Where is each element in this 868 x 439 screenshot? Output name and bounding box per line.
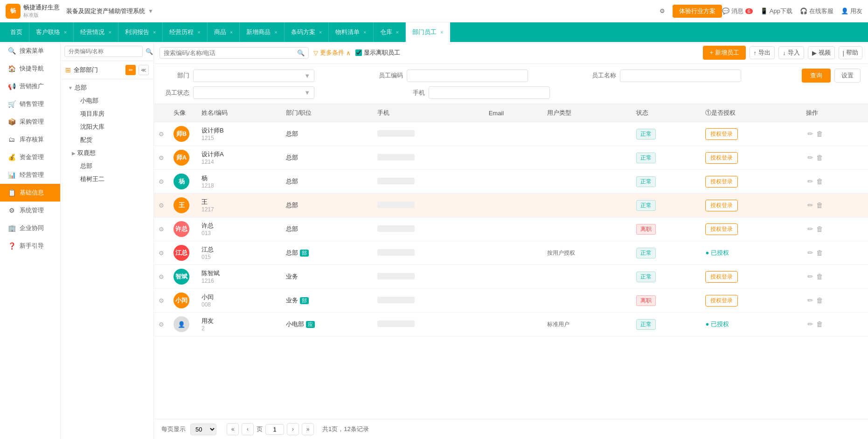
delete-button[interactable]: 🗑	[816, 320, 823, 328]
nav-tab-经营情况[interactable]: 经营情况×	[74, 22, 118, 42]
settings-icon[interactable]: ⚙	[159, 202, 164, 209]
close-tab-icon[interactable]: ×	[64, 29, 67, 35]
close-tab-icon[interactable]: ×	[153, 29, 156, 35]
settings-icon[interactable]: ⚙	[159, 154, 164, 161]
help-button[interactable]: | 帮助	[839, 46, 862, 59]
edit-button[interactable]: ✏	[807, 249, 813, 257]
nav-tab-利润报告[interactable]: 利润报告×	[118, 22, 163, 42]
tree-collapse-button[interactable]: ≪	[139, 65, 149, 75]
sidebar-item-system[interactable]: ⚙系统管理	[0, 202, 60, 219]
delete-button[interactable]: 🗑	[816, 249, 823, 257]
delete-button[interactable]: 🗑	[816, 130, 823, 138]
sidebar-item-basic[interactable]: 📋基础信息	[0, 184, 60, 202]
import-button[interactable]: ↓ 导入	[778, 46, 804, 59]
emp-name-input[interactable]	[620, 70, 741, 82]
sidebar-item-quicknav[interactable]: 🏠快捷导航	[0, 60, 60, 77]
close-tab-icon[interactable]: ×	[230, 29, 233, 35]
nav-tab-仓库[interactable]: 仓库×	[374, 22, 406, 42]
tree-node-配货[interactable]: 配货	[61, 133, 153, 146]
delete-button[interactable]: 🗑	[816, 153, 823, 161]
tree-node-沈阳大库[interactable]: 沈阳大库	[61, 120, 153, 133]
sidebar-item-sales[interactable]: 🛒销售管理	[0, 95, 60, 113]
next-page-button[interactable]: ›	[287, 423, 299, 435]
emp-code-input[interactable]	[407, 70, 528, 82]
phone-input[interactable]	[429, 86, 550, 99]
prev-page-button[interactable]: ‹	[242, 423, 254, 435]
message-button[interactable]: 💬 消息 6	[722, 7, 753, 15]
search-icon[interactable]: 🔍	[297, 49, 305, 56]
sidebar-item-guide[interactable]: ❓新手引导	[0, 237, 60, 255]
sidebar-item-marketing[interactable]: 📢营销推广	[0, 77, 60, 95]
nav-tab-经营历程[interactable]: 经营历程×	[163, 22, 207, 42]
first-page-button[interactable]: «	[227, 423, 239, 435]
settings-icon[interactable]: ⚙	[159, 273, 164, 280]
trial-button[interactable]: 体验行业方案	[673, 5, 722, 18]
tree-search-input[interactable]	[64, 46, 143, 57]
nav-tab-条码方案[interactable]: 条码方案×	[285, 22, 329, 42]
sidebar-item-purchase[interactable]: 📦采购管理	[0, 113, 60, 131]
page-size-select[interactable]: 50 100	[190, 424, 216, 435]
tree-node-总部[interactable]: 总部	[61, 160, 153, 173]
settings-icon[interactable]: ⚙	[159, 131, 164, 138]
edit-button[interactable]: ✏	[807, 130, 813, 138]
edit-button[interactable]: ✏	[807, 320, 813, 328]
auth-button[interactable]: 授权登录	[705, 128, 738, 140]
edit-button[interactable]: ✏	[807, 153, 813, 161]
nav-tab-客户联络[interactable]: 客户联络×	[29, 22, 74, 42]
auth-button[interactable]: 授权登录	[705, 271, 738, 283]
auth-button[interactable]: 授权登录	[705, 295, 738, 307]
delete-button[interactable]: 🗑	[816, 177, 823, 185]
gear-button[interactable]: ⚙	[656, 5, 669, 18]
user-area[interactable]: 👤 用友	[841, 7, 862, 15]
auth-button[interactable]: 授权登录	[705, 223, 738, 235]
nav-tab-新增商品[interactable]: 新增商品×	[240, 22, 284, 42]
auth-button[interactable]: 授权登录	[705, 152, 738, 164]
sidebar-item-inventory[interactable]: 🗂库存核算	[0, 131, 60, 148]
sidebar-item-finance[interactable]: 💰资金管理	[0, 148, 60, 166]
settings-icon[interactable]: ⚙	[159, 297, 164, 304]
tree-edit-button[interactable]: ✏	[125, 65, 136, 75]
close-tab-icon[interactable]: ×	[396, 29, 399, 35]
dropdown-arrow-icon[interactable]: ▼	[148, 8, 153, 14]
last-page-button[interactable]: »	[302, 423, 314, 435]
edit-button[interactable]: ✏	[807, 201, 813, 209]
tree-node-双鹿想[interactable]: ▶ 双鹿想	[61, 146, 153, 160]
edit-button[interactable]: ✏	[807, 177, 813, 185]
delete-button[interactable]: 🗑	[816, 272, 823, 280]
search-action-button[interactable]: 查询	[802, 69, 831, 83]
settings-icon[interactable]: ⚙	[159, 226, 164, 233]
auth-button[interactable]: 授权登录	[705, 176, 738, 188]
page-number-input[interactable]	[265, 424, 284, 435]
more-filters-button[interactable]: ▽ 更多条件 ∧	[313, 49, 351, 57]
online-service-button[interactable]: 🎧 在线客服	[800, 7, 833, 15]
sidebar-item-corp[interactable]: 🏢企业协同	[0, 219, 60, 237]
close-tab-icon[interactable]: ×	[274, 29, 277, 35]
settings-icon[interactable]: ⚙	[159, 250, 164, 257]
nav-tab-部门员工[interactable]: 部门员工×	[406, 22, 450, 42]
reset-button[interactable]: 设置	[834, 69, 861, 83]
add-employee-button[interactable]: + 新增员工	[703, 46, 745, 60]
tree-node-小电部[interactable]: 小电部	[61, 94, 153, 107]
auth-button[interactable]: 授权登录	[705, 200, 738, 211]
search-input[interactable]	[164, 49, 295, 56]
app-download-button[interactable]: 📱 App下载	[760, 7, 792, 15]
dept-select[interactable]: ▼	[193, 70, 314, 82]
show-resigned-checkbox[interactable]: 显示离职员工	[355, 49, 400, 57]
close-tab-icon[interactable]: ×	[197, 29, 200, 35]
resigned-checkbox-input[interactable]	[355, 49, 362, 56]
close-tab-icon[interactable]: ×	[440, 29, 443, 35]
delete-button[interactable]: 🗑	[816, 296, 823, 304]
sidebar-item-operation[interactable]: 📊经营管理	[0, 166, 60, 184]
sidebar-item-search[interactable]: 🔍搜索菜单	[0, 42, 60, 60]
video-button[interactable]: ▶ 视频	[808, 46, 835, 59]
emp-status-select[interactable]: ▼	[193, 86, 314, 99]
close-tab-icon[interactable]: ×	[363, 29, 366, 35]
settings-icon[interactable]: ⚙	[159, 178, 164, 185]
tree-node-植树王二[interactable]: 植树王二	[61, 173, 153, 186]
nav-tab-首页[interactable]: 首页	[4, 22, 29, 42]
tree-search-icon[interactable]: 🔍	[146, 48, 153, 55]
nav-tab-物料清单[interactable]: 物料清单×	[329, 22, 373, 42]
edit-button[interactable]: ✏	[807, 272, 813, 280]
edit-button[interactable]: ✏	[807, 296, 813, 304]
export-button[interactable]: ↑ 导出	[750, 46, 775, 59]
